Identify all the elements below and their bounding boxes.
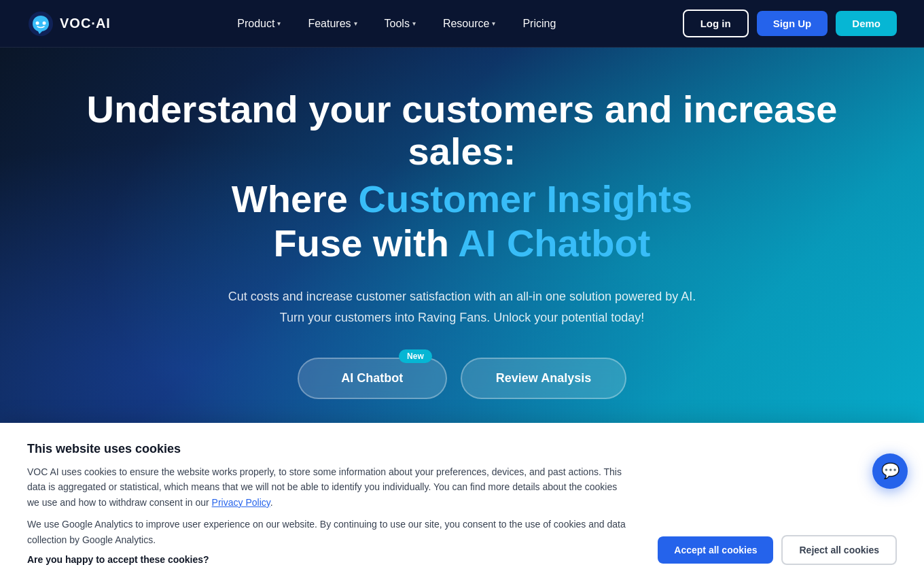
nav-actions: Log in Sign Up Demo bbox=[683, 10, 897, 37]
chevron-down-icon: ▾ bbox=[492, 20, 495, 27]
cookie-body: VOC AI uses cookies to ensure the websit… bbox=[27, 464, 897, 565]
nav-item-product[interactable]: Product ▾ bbox=[226, 12, 291, 35]
hero-title-line1: Understand your customers and increase s… bbox=[82, 88, 842, 172]
chevron-down-icon: ▾ bbox=[277, 20, 281, 27]
logo-text: VOC·AI bbox=[60, 16, 111, 31]
nav-item-features[interactable]: Features ▾ bbox=[297, 12, 368, 35]
logo[interactable]: VOC·AI bbox=[27, 10, 111, 37]
hero-title-line2: Where Customer Insights bbox=[82, 177, 842, 221]
accept-cookies-button[interactable]: Accept all cookies bbox=[658, 536, 773, 564]
hero-buttons: New AI Chatbot Review Analysis bbox=[82, 358, 842, 399]
cookie-actions: Accept all cookies Reject all cookies bbox=[658, 535, 897, 565]
chat-fab-button[interactable]: 💬 bbox=[872, 453, 908, 489]
cookie-description: VOC AI uses cookies to ensure the websit… bbox=[27, 464, 630, 510]
login-button[interactable]: Log in bbox=[683, 10, 749, 37]
cookie-text-section: VOC AI uses cookies to ensure the websit… bbox=[27, 464, 630, 565]
ai-chatbot-button[interactable]: New AI Chatbot bbox=[298, 358, 447, 399]
nav-links: Product ▾ Features ▾ Tools ▾ Resource ▾ … bbox=[226, 12, 567, 35]
navbar: VOC·AI Product ▾ Features ▾ Tools ▾ Reso… bbox=[0, 0, 924, 48]
cookie-title: This website uses cookies bbox=[27, 442, 897, 456]
svg-point-1 bbox=[36, 21, 39, 24]
chat-icon: 💬 bbox=[881, 462, 900, 480]
cookie-question: Are you happy to accept these cookies? bbox=[27, 554, 630, 565]
nav-item-resource[interactable]: Resource ▾ bbox=[432, 12, 506, 35]
privacy-policy-link[interactable]: Privacy Policy bbox=[212, 497, 270, 508]
review-analysis-button[interactable]: Review Analysis bbox=[461, 358, 626, 399]
cookie-banner: This website uses cookies VOC AI uses co… bbox=[0, 423, 924, 584]
nav-item-pricing[interactable]: Pricing bbox=[512, 12, 567, 35]
cookie-analytics-text: We use Google Analytics to improve user … bbox=[27, 517, 630, 547]
hero-title-line3: Fuse with AI Chatbot bbox=[82, 222, 842, 265]
chevron-down-icon: ▾ bbox=[412, 20, 416, 27]
chevron-down-icon: ▾ bbox=[354, 20, 357, 27]
new-badge: New bbox=[399, 349, 432, 363]
demo-button[interactable]: Demo bbox=[836, 11, 897, 36]
reject-cookies-button[interactable]: Reject all cookies bbox=[781, 535, 897, 565]
svg-point-2 bbox=[43, 21, 46, 24]
signup-button[interactable]: Sign Up bbox=[757, 11, 828, 36]
nav-item-tools[interactable]: Tools ▾ bbox=[374, 12, 427, 35]
hero-subtitle-1: Cut costs and increase customer satisfac… bbox=[82, 287, 842, 307]
hero-subtitle-2: Turn your customers into Raving Fans. Un… bbox=[82, 311, 842, 325]
hero-content: Understand your customers and increase s… bbox=[54, 88, 870, 433]
